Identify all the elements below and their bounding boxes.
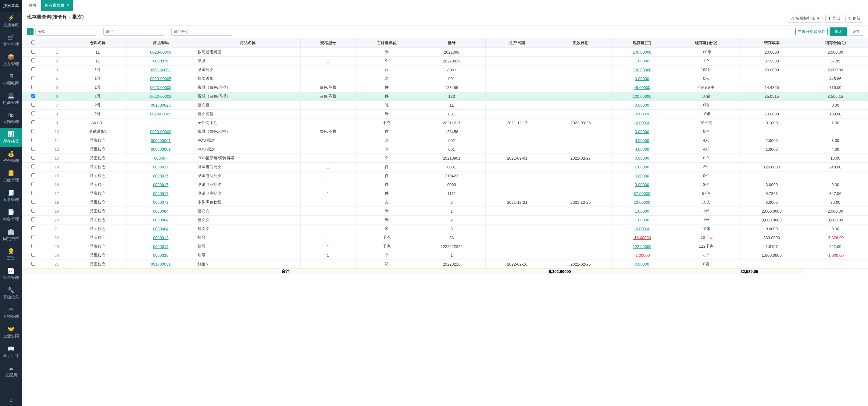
row-cost: 9.7363 — [741, 189, 803, 198]
sidebar-item-fixed[interactable]: 🏢 固定资产 — [0, 225, 22, 245]
sidebar-item-ops[interactable]: 📈 经营管理 — [0, 264, 22, 284]
tab-close-btn[interactable]: ✕ — [66, 3, 69, 7]
row-checkbox[interactable] — [22, 154, 45, 163]
col-batch: 批号 — [418, 38, 485, 48]
row-checkbox[interactable] — [22, 110, 45, 119]
row-name: 软硬通用树脂 — [195, 48, 300, 57]
tab-home[interactable]: 首页 — [24, 0, 41, 11]
row-checkbox[interactable] — [22, 66, 45, 74]
row-cost: 20.0000 — [741, 66, 803, 74]
table-row: 12晶宝粒仓000900001POS 批次米0014.000004米1.0000… — [22, 145, 868, 154]
ops-icon: 📈 — [1, 267, 21, 274]
row-batch: 002 — [418, 136, 485, 145]
row-checkbox[interactable] — [22, 242, 45, 251]
sidebar-item-cloud[interactable]: ☁ 云应用 — [0, 362, 22, 381]
select-all-checkbox[interactable] — [31, 40, 35, 44]
row-checkbox[interactable] — [22, 136, 45, 145]
row-checkbox[interactable] — [22, 180, 45, 189]
purchase-icon: 🛍 — [1, 112, 21, 118]
row-qty-store: -1个 — [672, 251, 741, 260]
expand-conditions-btn[interactable]: ☰ 展开更多条件 — [796, 28, 828, 35]
row-checkbox[interactable] — [22, 233, 45, 242]
row-checkbox[interactable] — [22, 260, 45, 269]
row-checkbox[interactable] — [22, 163, 45, 171]
sidebar-item-sys[interactable]: ⚙ 系统管理 — [0, 303, 22, 323]
refresh-btn[interactable]: ↻ 刷新 — [845, 14, 863, 23]
row-checkbox[interactable] — [22, 92, 45, 101]
set-btn[interactable]: 设置 — [849, 28, 863, 36]
warehouse-input[interactable] — [35, 28, 96, 36]
row-spec — [300, 154, 355, 163]
sidebar-item-capital[interactable]: 💰 资金管理 — [0, 147, 22, 167]
row-batch: 20220429 — [418, 57, 485, 66]
row-spec: 白色/闷橙 — [300, 83, 355, 92]
row-checkbox[interactable] — [22, 251, 45, 260]
sidebar-item-ecom[interactable]: 💻 电商管理 — [0, 89, 22, 109]
sidebar-item-collab[interactable]: 🤝 企业协同 — [0, 323, 22, 342]
row-no: 4 — [45, 74, 69, 83]
row-prod-date — [485, 136, 549, 145]
row-checkbox[interactable] — [22, 74, 45, 83]
print-icon: 🖨 — [790, 16, 795, 21]
row-checkbox[interactable] — [22, 119, 45, 127]
filter-arrow-btn[interactable]: › — [27, 28, 34, 35]
product-input[interactable] — [103, 28, 164, 36]
row-batch: 0001 — [418, 163, 485, 171]
sidebar-item-quicknav[interactable]: ⚡ 快捷导航 — [0, 11, 22, 31]
row-cost — [741, 74, 803, 83]
row-checkbox[interactable] — [22, 225, 45, 233]
row-batch: 3 — [418, 225, 485, 233]
print-btn[interactable]: 🖨 按模板打印 ▼ — [788, 14, 823, 23]
row-exp-date — [549, 57, 612, 66]
row-checkbox[interactable] — [22, 57, 45, 66]
row-exp-date — [549, 101, 612, 110]
table-area[interactable]: 仓库名称 商品编码 商品名称 规格型号 主计量单位 批号 生产日期 失效日期 现… — [22, 38, 868, 406]
category-input[interactable] — [172, 28, 232, 36]
row-checkbox[interactable] — [22, 207, 45, 216]
row-checkbox[interactable] — [22, 216, 45, 225]
table-row: 10测试透货20023-00008富城（白色/闷橙）白色/闷橙件1234560.… — [22, 127, 868, 136]
row-qty-main: 0.00000 — [612, 101, 672, 110]
row-checkbox[interactable] — [22, 171, 45, 180]
table-row: 82号0023-00005批次透货米00110.0000010米10.00001… — [22, 110, 868, 119]
sidebar-item-retail[interactable]: 🛒 零售管理 — [0, 31, 22, 50]
row-exp-date — [549, 66, 612, 74]
row-batch: 0003 — [418, 180, 485, 189]
sidebar-item-tax[interactable]: 📑 税务管理 — [0, 206, 22, 225]
sidebar-item-purchase[interactable]: 🛍 采购管理 — [0, 109, 22, 128]
sidebar-settings[interactable]: ⚙ — [0, 395, 22, 406]
sidebar-search[interactable]: 搜索菜单 — [0, 0, 22, 11]
row-warehouse: 1号 — [69, 92, 126, 101]
row-qty-store: 1米 — [672, 207, 741, 216]
row-code: 0023-00005 — [126, 110, 195, 119]
row-unit: 千克 — [355, 233, 418, 242]
sidebar-item-new[interactable]: 📖 新手引导 — [0, 342, 22, 362]
row-name: 测试电商批次 — [195, 189, 300, 198]
row-code: 000900001 — [126, 136, 195, 145]
row-checkbox[interactable] — [22, 48, 45, 57]
sidebar-item-invoice[interactable]: 🧾 发票管理 — [0, 187, 22, 206]
row-checkbox[interactable] — [22, 189, 45, 198]
row-cost: 2.0000 — [741, 136, 803, 145]
search-btn[interactable]: 查询 — [830, 27, 847, 36]
sidebar-item-labor[interactable]: 👷 工资 — [0, 245, 22, 264]
row-spec — [300, 136, 355, 145]
row-checkbox[interactable] — [22, 198, 45, 207]
row-qty-main: 0.00000 — [612, 171, 672, 180]
row-checkbox[interactable] — [22, 101, 45, 110]
sidebar-item-base[interactable]: 🔧 基础信息 — [0, 284, 22, 303]
row-amount: 445.86 — [803, 74, 868, 83]
tab-inventory-batch[interactable]: 库存批次量 ✕ — [41, 0, 73, 11]
row-name: 批次透货 — [195, 110, 300, 119]
sidebar-item-inventory[interactable]: 📊 库存核算 — [0, 128, 22, 147]
row-checkbox[interactable] — [22, 127, 45, 136]
export-btn[interactable]: ⬇ 导出 — [825, 14, 843, 23]
row-checkbox[interactable] — [22, 83, 45, 92]
sidebar-item-small-ecom[interactable]: 🖥 小额电商 — [0, 70, 22, 89]
row-amount: 240.00 — [803, 163, 868, 171]
sidebar-item-general[interactable]: 📒 总账管理 — [0, 167, 22, 187]
sidebar-item-wholesale[interactable]: 📦 批发管理 — [0, 50, 22, 70]
row-name: 富城（白色/闷橙） — [195, 92, 300, 101]
col-checkbox[interactable] — [22, 38, 45, 48]
row-checkbox[interactable] — [22, 145, 45, 154]
